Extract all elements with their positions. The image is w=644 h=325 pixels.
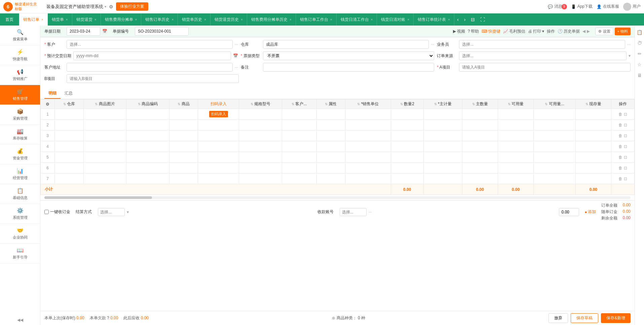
col-available[interactable]: ⇅ 可用量 [498, 99, 534, 109]
account-input[interactable] [340, 208, 367, 216]
cell-product-1[interactable] [169, 109, 198, 120]
message-button[interactable]: 💬 消息 9 [548, 4, 567, 9]
cell-code-2[interactable] [126, 120, 169, 130]
question-icon[interactable]: ? [107, 316, 109, 320]
cell-attr-1[interactable] [316, 109, 345, 120]
sidebar-item-basic-info[interactable]: 📋 基础信息 [0, 184, 40, 204]
sidebar-collapse-button[interactable]: ◀◀ [0, 315, 40, 325]
col-attr[interactable]: ⇅ 属性 [316, 99, 345, 109]
tab-next-button[interactable]: › [461, 17, 468, 22]
tab-goods-history[interactable]: 销货单历史 × [178, 13, 211, 26]
product-count-icon[interactable]: ⊙ [332, 316, 335, 320]
tab-close-icon[interactable]: × [290, 18, 292, 22]
cell-qty2-1[interactable] [391, 109, 423, 120]
cell-attr-2[interactable] [316, 120, 345, 130]
sidebar-item-purchase[interactable]: 📦 采购管理 [0, 105, 40, 125]
print-button[interactable]: 🖨 打印 ▾ [528, 29, 544, 34]
tab-prev-button[interactable]: ‹ [454, 17, 461, 22]
tab-close-icon[interactable]: × [135, 18, 137, 22]
right-panel-edit-icon[interactable]: ✏ [636, 50, 643, 58]
sidebar-item-shortcuts[interactable]: ⚡ 快捷导航 [0, 45, 40, 65]
tab-sales-goods[interactable]: 销货单 × [48, 13, 72, 26]
cell-code-1[interactable] [126, 109, 169, 120]
sidebar-item-sales[interactable]: 🛒 销售管理 [0, 85, 40, 105]
sidebar-item-finance[interactable]: 💰 资金管理 [0, 145, 40, 164]
tab-close-icon[interactable]: × [241, 18, 243, 22]
copy-icon-2[interactable]: ⊡ [624, 123, 627, 127]
copy-icon-5[interactable]: ⊡ [624, 155, 627, 160]
col-unit[interactable]: ⇅ *销售单位 [345, 99, 391, 109]
discard-button[interactable]: 放弃 [548, 313, 568, 323]
col-scan[interactable]: 扫码录入 [198, 99, 239, 109]
tab-return-history[interactable]: 销货退货历史 × [211, 13, 247, 26]
next-record-icon[interactable]: ▶ [587, 29, 590, 34]
col-image[interactable]: ⇅ 商品图片 [83, 99, 126, 109]
address-expand-icon[interactable]: ··· [235, 65, 238, 70]
settlement-arrow[interactable]: ▾ [127, 210, 129, 214]
b-project-input[interactable] [67, 74, 239, 83]
delete-icon-6[interactable]: 🗑 [618, 166, 622, 170]
gear-icon[interactable]: ⚙ [109, 4, 113, 9]
tab-close-icon[interactable]: × [204, 18, 206, 22]
sidebar-item-search[interactable]: 🔍 搜索菜单 [0, 26, 40, 45]
add-product-button[interactable]: + 物料 [615, 28, 631, 35]
right-panel-star-icon[interactable]: ☆ [636, 60, 643, 69]
right-panel-history-icon[interactable]: ⏱ [636, 39, 643, 47]
one-click-checkbox[interactable] [44, 210, 49, 214]
tab-sales-order[interactable]: 销售订单 × [19, 13, 48, 26]
account-expand-icon[interactable]: ··· [369, 210, 372, 214]
help-button[interactable]: ? 帮助 [468, 29, 479, 34]
single-no-input[interactable] [135, 27, 189, 36]
tab-expense-history[interactable]: 销售费用分摊单历史 × [247, 13, 296, 26]
tab-close-icon[interactable]: × [41, 18, 43, 22]
right-panel-screen-icon[interactable]: 🖥 [636, 71, 643, 79]
sidebar-item-marketing[interactable]: 📢 营销推广 [0, 65, 40, 85]
user-menu[interactable]: 用户 [623, 3, 641, 11]
cell-customer-2[interactable] [282, 120, 316, 130]
tab-close-icon[interactable]: × [448, 18, 450, 22]
tab-sales-return[interactable]: 销货退货 × [72, 13, 101, 26]
online-service-button[interactable]: 👤 在线客服 [597, 4, 619, 9]
warehouse-expand-icon[interactable]: ··· [431, 42, 434, 47]
copy-icon-7[interactable]: ⊡ [624, 176, 627, 181]
cell-product-2[interactable] [169, 120, 198, 130]
tab-daily-workbench[interactable]: 钱货日清工作台 × [337, 13, 377, 26]
profit-button[interactable]: 📈 毛利预估 [503, 29, 525, 34]
history-button[interactable]: 🕐 历史单据 [558, 29, 580, 34]
sidebar-item-operations[interactable]: 📊 经营管理 [0, 164, 40, 184]
col-product[interactable]: ⇅ 商品 [169, 99, 198, 109]
cell-unit-1[interactable] [345, 109, 391, 120]
cell-main-unit-1[interactable] [423, 109, 462, 120]
settings-button[interactable]: ⚙ 设置 [595, 28, 613, 35]
add-payment-button[interactable]: ● 添加 [584, 209, 596, 215]
print-arrow-icon[interactable]: ▾ [542, 29, 544, 34]
trial-button[interactable]: 体验行业方案 [116, 2, 148, 11]
delete-icon-1[interactable]: 🗑 [618, 112, 622, 117]
col-spec[interactable]: ⇅ 规格型号 [239, 99, 282, 109]
cell-main-unit-2[interactable] [423, 120, 462, 130]
delete-icon-3[interactable]: 🗑 [618, 133, 622, 138]
delivery-date-input[interactable] [73, 51, 231, 60]
tab-more-button[interactable]: ⊟ [468, 17, 478, 22]
save-draft-button[interactable]: 保存草稿 [571, 313, 598, 323]
customer-expand-icon[interactable]: ··· [235, 42, 238, 47]
tab-sales-expense[interactable]: 销售费用分摊单 × [101, 13, 142, 26]
copy-icon-1[interactable]: ⊡ [624, 112, 627, 117]
chevron-down-icon[interactable]: ▾ [105, 5, 106, 8]
cell-warehouse-1[interactable] [55, 109, 83, 120]
col-main-qty[interactable]: ⇅ 主数量 [462, 99, 498, 109]
tab-close-icon[interactable]: × [371, 18, 373, 22]
sidebar-item-system[interactable]: ⚙️ 系统管理 [0, 204, 40, 224]
cell-scan-1[interactable]: 扫码录入 [198, 109, 239, 120]
delete-icon-2[interactable]: 🗑 [618, 123, 622, 127]
cell-customer-1[interactable] [282, 109, 316, 120]
tab-fullscreen-button[interactable]: ⛶ [478, 17, 488, 22]
tab-sales-stats[interactable]: 销售订单统计表 × [414, 13, 454, 26]
scroll-thumb[interactable] [44, 196, 152, 199]
col-settings[interactable]: ⚙ [41, 99, 55, 109]
cell-main-qty-2[interactable] [462, 120, 498, 130]
address-input[interactable] [67, 63, 233, 72]
sidebar-item-guide[interactable]: 📖 新手引导 [0, 244, 40, 263]
settlement-input[interactable] [98, 208, 125, 216]
tab-close-icon[interactable]: × [330, 18, 332, 22]
